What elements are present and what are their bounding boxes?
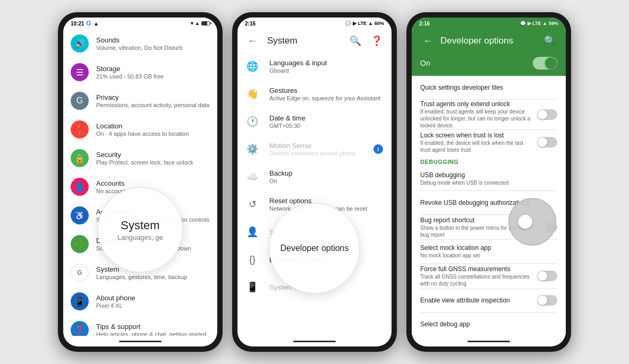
privacy-text: Privacy Permissions, account activity, p… — [96, 93, 210, 108]
developer-on-row: On — [412, 53, 566, 76]
trust-toggle[interactable] — [537, 109, 557, 120]
settings-list: 🔊 Sounds Volume, vibration, Do Not Distu… — [63, 29, 217, 336]
about-phone-icon: 📱 — [71, 292, 89, 310]
phone-3-status-bar: 2:16 💬 ▶ LTE ▲ 59% — [412, 18, 566, 29]
debug-app-title: Select debug app — [420, 320, 557, 328]
tips-sub: Help articles, phone & chat, getting sta… — [96, 331, 210, 336]
mock-location-title: Select mock location app — [420, 244, 557, 252]
privacy-sub: Permissions, account activity, personal … — [96, 102, 210, 108]
dev-item-debug-app[interactable]: Select debug app — [412, 313, 566, 336]
settings-about-phone[interactable]: 📱 About phone Pixel 4 XL — [63, 287, 217, 316]
phone-1-status-bar: 10:21 G ▲ ▾ ▲ — [63, 18, 217, 29]
search-button-3[interactable]: 🔍 — [541, 32, 558, 49]
help-button-2[interactable]: ❓ — [368, 32, 385, 49]
dev-item-usb[interactable]: USB debugging Debug mode when USB is con… — [412, 167, 566, 190]
gnss-sub: Track all GNSS constellations and freque… — [420, 273, 531, 287]
backup-icon: ☁️ — [246, 170, 259, 183]
back-button-2[interactable]: ← — [244, 32, 261, 49]
time-display-2: 2:16 — [245, 21, 256, 27]
users-icon: 👤 — [246, 226, 259, 238]
search-button-2[interactable]: 🔍 — [347, 32, 364, 49]
about-phone-title: About phone — [96, 294, 210, 302]
phone-1-home-indicator[interactable] — [63, 336, 217, 346]
dev-item-quick-tiles[interactable]: Quick settings developer tiles — [412, 76, 566, 99]
quick-tiles-title: Quick settings developer tiles — [420, 84, 557, 91]
quick-tiles-text: Quick settings developer tiles — [420, 84, 557, 91]
settings-privacy[interactable]: G Privacy Permissions, account activity,… — [63, 86, 217, 115]
digital-wellbeing-icon: 🌿 — [71, 235, 89, 253]
about-phone-text: About phone Pixel 4 XL — [96, 294, 210, 309]
lock-screen-toggle[interactable] — [537, 137, 557, 148]
settings-tips[interactable]: ❓ Tips & support Help articles, phone & … — [63, 316, 217, 336]
view-attr-toggle[interactable] — [537, 295, 557, 306]
view-attr-title: Enable view attribute inspection — [420, 297, 531, 304]
menu-backup[interactable]: ☁️ Backup On — [237, 163, 392, 190]
phone-2-home-indicator[interactable] — [237, 336, 392, 346]
dev-item-trust[interactable]: Trust agents only extend unlock If enabl… — [412, 100, 566, 129]
storage-icon: ☰ — [71, 63, 89, 81]
phone-2-app-bar: ← System 🔍 ❓ — [237, 29, 392, 53]
whatsapp-icon: 💬 — [345, 21, 351, 26]
time-display: 10:21 — [71, 21, 84, 27]
back-button-3[interactable]: ← — [419, 32, 436, 49]
lock-screen-sub: If enabled, the device will lock when th… — [420, 140, 531, 153]
developer-title-header: Developer options — [440, 36, 537, 46]
circle-main-text: System — [121, 219, 159, 232]
menu-languages[interactable]: 🌐 Languages & input Gboard — [237, 53, 392, 80]
about-phone-sub: Pixel 4 XL — [96, 302, 210, 309]
home-bar-1 — [119, 341, 162, 342]
circle-sub-text: Languages, ge — [117, 233, 163, 241]
languages-title: Languages & input — [269, 59, 383, 67]
mock-location-sub: No mock location app set — [420, 252, 557, 259]
location-sub: On · 4 apps have access to location — [96, 131, 210, 137]
lock-screen-text: Lock screen when trust is lost If enable… — [420, 132, 531, 153]
settings-location[interactable]: 📍 Location On · 4 apps have access to lo… — [63, 115, 217, 144]
phone-1-frame: 10:21 G ▲ ▾ ▲ 🔊 Sounds Volume, vibration… — [58, 12, 223, 352]
location-text: Location On · 4 apps have access to loca… — [96, 122, 210, 137]
menu-motion-sense[interactable]: ⚙️ Motion Sense Detects movement around … — [237, 135, 392, 163]
gnss-toggle[interactable] — [537, 271, 557, 281]
battery-percent-3: 59% — [549, 21, 558, 26]
settings-sounds[interactable]: 🔊 Sounds Volume, vibration, Do Not Distu… — [63, 29, 217, 58]
developer-icon: {} — [246, 253, 259, 266]
sounds-sub: Volume, vibration, Do Not Disturb — [96, 45, 210, 51]
backup-sub: On — [269, 178, 383, 184]
app-bar-title-2: System — [267, 36, 343, 46]
developer-on-toggle[interactable] — [533, 57, 557, 70]
datetime-title: Date & time — [269, 114, 383, 122]
icons-3: 💬 ▶ LTE ▲ — [520, 21, 547, 26]
menu-gestures[interactable]: 👋 Gestures Active Edge on, squeeze for y… — [237, 80, 392, 108]
dev-item-mock-location[interactable]: Select mock location app No mock locatio… — [412, 240, 566, 263]
phone-3-frame: 2:16 💬 ▶ LTE ▲ 59% ← Developer options 🔍… — [406, 12, 571, 352]
status-time-3: 2:16 — [419, 21, 430, 27]
dev-item-gnss[interactable]: Force full GNSS measurements Track all G… — [412, 264, 566, 289]
phone-3-home-indicator[interactable] — [412, 336, 566, 346]
dev-item-lock-screen[interactable]: Lock screen when trust is lost If enable… — [412, 130, 566, 155]
phone-1-screen: 10:21 G ▲ ▾ ▲ 🔊 Sounds Volume, vibration… — [63, 18, 217, 346]
sounds-text: Sounds Volume, vibration, Do Not Disturb — [96, 36, 210, 51]
backup-text: Backup On — [269, 169, 383, 184]
settings-storage[interactable]: ☰ Storage 21% used - 50.83 GB free — [63, 58, 217, 86]
reset-title: Reset options — [269, 197, 383, 205]
settings-security[interactable]: 🔒 Security Play Protect, screen lock, fa… — [63, 144, 217, 172]
reset-icon: ↺ — [246, 198, 259, 211]
gnss-text: Force full GNSS measurements Track all G… — [420, 265, 531, 287]
phone-2-status-bar: 2:16 💬 ▶ LTE ▲ 60% — [237, 18, 392, 29]
accounts-title: Accounts — [96, 179, 210, 187]
status-time-2: 2:16 — [245, 21, 256, 27]
view-attr-text: Enable view attribute inspection — [420, 297, 531, 304]
usb-circle-toggle-thumb — [518, 215, 532, 229]
dev-item-view-attr[interactable]: Enable view attribute inspection — [412, 289, 566, 312]
home-bar-2 — [293, 341, 336, 342]
usb-title: USB debugging — [420, 171, 526, 179]
sounds-icon: 🔊 — [71, 34, 89, 53]
backup-title: Backup — [269, 169, 383, 177]
tips-title: Tips & support — [96, 323, 210, 331]
usb-circle-toggle[interactable] — [517, 214, 547, 230]
menu-datetime[interactable]: 🕐 Date & time GMT+05:30 — [237, 108, 392, 135]
location-icon: 📍 — [71, 120, 89, 138]
status-icons-2: 💬 ▶ LTE ▲ 60% — [345, 21, 384, 26]
security-icon: 🔒 — [71, 149, 89, 167]
mock-location-text: Select mock location app No mock locatio… — [420, 244, 557, 259]
gnss-title: Force full GNSS measurements — [420, 265, 531, 273]
